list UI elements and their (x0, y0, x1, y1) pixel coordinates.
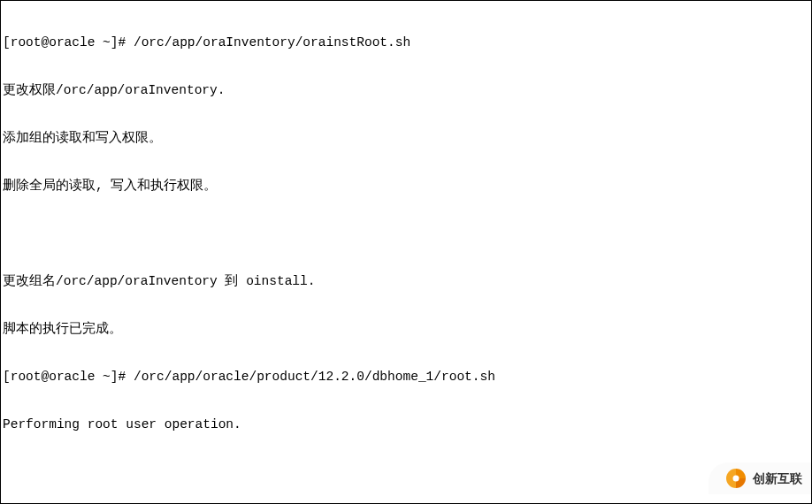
watermark-badge: 创新互联 (709, 462, 811, 494)
terminal-line: 更改权限/orc/app/oraInventory. (3, 82, 809, 98)
terminal-output[interactable]: [root@oracle ~]# /orc/app/oraInventory/o… (1, 1, 811, 504)
watermark-logo-icon (724, 467, 747, 490)
terminal-line: [root@oracle ~]# /orc/app/oracle/product… (3, 369, 809, 385)
terminal-line: 添加组的读取和写入权限。 (3, 130, 809, 146)
terminal-line: 删除全局的读取, 写入和执行权限。 (3, 178, 809, 194)
watermark-text: 创新互联 (753, 470, 802, 486)
terminal-line (3, 225, 809, 241)
terminal-line (3, 464, 809, 480)
terminal-line: 更改组名/orc/app/oraInventory 到 oinstall. (3, 273, 809, 289)
terminal-line: 脚本的执行已完成。 (3, 321, 809, 337)
svg-point-0 (733, 476, 739, 482)
terminal-line: Performing root user operation. (3, 416, 809, 432)
terminal-line: [root@oracle ~]# /orc/app/oraInventory/o… (3, 34, 809, 50)
